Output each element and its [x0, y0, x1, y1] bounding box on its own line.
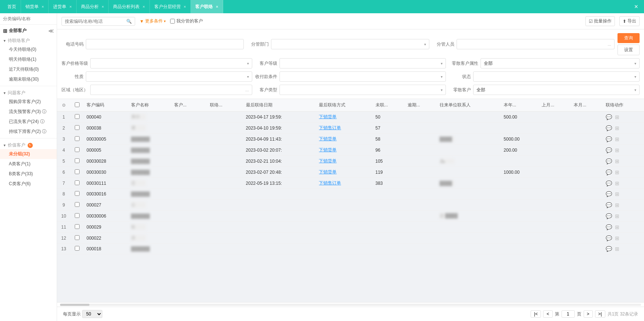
chat-icon[interactable]: 💬	[606, 114, 612, 120]
sidebar-collapse-btn[interactable]: ≪	[48, 28, 54, 34]
filter-price-grade-select[interactable]: ▾	[90, 58, 252, 68]
sidebar-item-abnormal[interactable]: 囤购异常客户(2)	[0, 97, 57, 107]
row-checkbox[interactable]	[75, 158, 80, 163]
row-checkbox[interactable]	[75, 213, 80, 218]
tab-home[interactable]: 首页	[3, 0, 21, 13]
more-action-icon[interactable]: ⊞	[615, 136, 619, 142]
my-customers-wrap[interactable]: 我分管的客户	[170, 18, 203, 24]
my-customers-checkbox[interactable]	[170, 19, 175, 24]
more-action-icon[interactable]: ⊞	[615, 213, 619, 219]
group-problem-customers[interactable]: ▼ 问题客户	[0, 88, 57, 97]
horizontal-scrollbar-thumb[interactable]	[60, 304, 89, 306]
chat-icon[interactable]: 💬	[606, 180, 612, 186]
chat-icon[interactable]: 💬	[606, 158, 612, 164]
method-link[interactable]: 下销货单	[319, 158, 337, 163]
sidebar-item-today[interactable]: 今天待联络(0)	[0, 45, 57, 54]
sidebar-item-7days[interactable]: 近7天待联络(0)	[0, 64, 57, 74]
method-link[interactable]: 下销货单	[319, 114, 337, 119]
more-action-icon[interactable]: ⊞	[615, 114, 619, 120]
more-action-icon[interactable]: ⊞	[615, 147, 619, 153]
page-size-select[interactable]: 10 20 50 100	[82, 310, 102, 318]
select-all-checkbox[interactable]	[75, 102, 80, 107]
filter-dept-select[interactable]: ▾	[271, 39, 429, 49]
tab-purchase[interactable]: 进货单 ×	[49, 0, 76, 13]
method-link[interactable]: 下销售订单	[319, 125, 341, 130]
chat-icon[interactable]: 💬	[606, 224, 612, 230]
sidebar-item-lost[interactable]: 已流失客户(24) ⓘ	[0, 117, 57, 127]
more-action-icon[interactable]: ⊞	[615, 180, 619, 186]
filter-payment-select[interactable]: ▾	[279, 71, 446, 82]
row-checkbox[interactable]	[75, 224, 80, 229]
row-checkbox[interactable]	[75, 235, 80, 240]
chat-icon[interactable]: 💬	[606, 125, 612, 131]
row-checkbox[interactable]	[75, 202, 80, 207]
refresh-value-icon[interactable]: ↻	[28, 143, 33, 148]
search-input[interactable]	[65, 19, 125, 24]
checkbox-col-header[interactable]	[70, 99, 84, 112]
row-checkbox[interactable]	[75, 246, 80, 251]
more-action-icon[interactable]: ⊞	[615, 202, 619, 208]
next-page-btn[interactable]: >	[584, 310, 593, 318]
chat-icon[interactable]: 💬	[606, 202, 612, 208]
method-link[interactable]: 下销售订单	[319, 180, 341, 186]
tab-product-analysis[interactable]: 商品分析 ×	[77, 0, 109, 13]
query-btn[interactable]: 查询	[617, 33, 640, 43]
filter-nature-select[interactable]: ▾	[86, 71, 252, 82]
tab-product-analysis-list[interactable]: 商品分析列表 ×	[109, 0, 149, 13]
reset-btn[interactable]: 设置	[617, 45, 640, 55]
sidebar-item-declining[interactable]: 持续下滑客户(2) ⓘ	[0, 127, 57, 137]
row-checkbox[interactable]	[75, 147, 80, 152]
sidebar-item-ungrouped[interactable]: 未分组(32)	[0, 149, 57, 159]
last-page-btn[interactable]: >|	[595, 310, 605, 318]
filter-region-select[interactable]: …	[90, 85, 252, 95]
row-checkbox[interactable]	[75, 191, 80, 196]
batch-operation-btn[interactable]: ☑ 批量操作	[585, 16, 615, 26]
tab-customer-contact-close[interactable]: ×	[216, 4, 218, 9]
chat-icon[interactable]: 💬	[606, 147, 612, 153]
tab-customer-contact[interactable]: 客户联络 ×	[191, 0, 223, 13]
sidebar-item-a-class[interactable]: A类客户(1)	[0, 159, 57, 169]
row-checkbox[interactable]	[75, 169, 80, 174]
chat-icon[interactable]: 💬	[606, 169, 612, 175]
sidebar-item-overdue[interactable]: 逾期未联络(30)	[0, 74, 57, 84]
tab-sale[interactable]: 销货单 ×	[21, 0, 49, 13]
tab-sale-close[interactable]: ×	[42, 4, 44, 9]
more-action-icon[interactable]: ⊞	[615, 158, 619, 164]
sidebar-item-b-class[interactable]: B类客户(33)	[0, 169, 57, 179]
sidebar-item-warning[interactable]: 流失预警客户(3) ⓘ	[0, 107, 57, 117]
page-number-input[interactable]	[562, 310, 575, 318]
sidebar-item-tomorrow[interactable]: 明天待联络(1)	[0, 54, 57, 64]
tab-purchase-close[interactable]: ×	[69, 4, 71, 9]
row-checkbox[interactable]	[75, 125, 80, 130]
chat-icon[interactable]: 💬	[606, 136, 612, 142]
filter-customer-grade-select[interactable]: ▾	[279, 58, 446, 68]
more-action-icon[interactable]: ⊞	[615, 246, 619, 252]
chat-icon[interactable]: 💬	[606, 213, 612, 219]
method-link[interactable]: 下销货单	[319, 169, 337, 174]
tab-customer-tier-close[interactable]: ×	[184, 4, 186, 9]
chat-icon[interactable]: 💬	[606, 191, 612, 197]
chat-icon[interactable]: 💬	[606, 246, 612, 252]
more-action-icon[interactable]: ⊞	[615, 224, 619, 230]
more-action-icon[interactable]: ⊞	[615, 125, 619, 131]
tab-customer-tier[interactable]: 客户分层经营 ×	[150, 0, 191, 13]
chat-icon[interactable]: 💬	[606, 235, 612, 241]
group-waiting-contact[interactable]: ▼ 待联络客户	[0, 35, 57, 45]
tab-product-analysis-list-close[interactable]: ×	[142, 4, 145, 9]
first-page-btn[interactable]: |<	[531, 310, 541, 318]
prev-page-btn[interactable]: <	[543, 310, 552, 318]
filter-phone-input[interactable]	[86, 39, 244, 49]
group-value-customers[interactable]: ▼ 价值客户 ↻	[0, 140, 57, 149]
filter-retail-select[interactable]: 全部 ▾	[473, 85, 640, 95]
filter-customer-type-select[interactable]: ▾	[279, 85, 446, 95]
more-action-icon[interactable]: ⊞	[615, 169, 619, 175]
sidebar-all-customers[interactable]: ⊞ 全部客户 ≪	[0, 25, 57, 35]
export-btn[interactable]: ⬆ 导出	[619, 16, 640, 26]
more-action-icon[interactable]: ⊞	[615, 191, 619, 197]
more-action-icon[interactable]: ⊞	[615, 235, 619, 241]
search-icon[interactable]: 🔍	[126, 19, 132, 24]
filter-zero-attr-select[interactable]: 全部 ▾	[481, 58, 640, 68]
method-link[interactable]: 下销货单	[319, 136, 337, 141]
row-checkbox[interactable]	[75, 136, 80, 141]
tab-product-analysis-close[interactable]: ×	[102, 4, 104, 9]
